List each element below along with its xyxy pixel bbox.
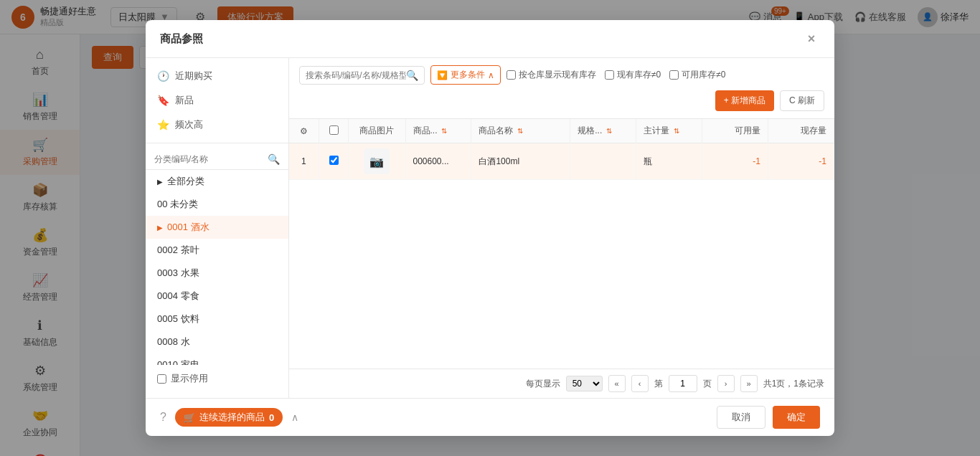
- th-avail: 可用量: [702, 119, 768, 143]
- product-search-icon[interactable]: 🔍: [406, 70, 418, 81]
- row-unit: 瓶: [636, 143, 702, 180]
- new-icon: 🔖: [157, 95, 169, 106]
- category-unclassified[interactable]: 00 未分类: [146, 193, 288, 216]
- category-unclassified-label: 00 未分类: [157, 198, 198, 211]
- footer-buttons: 取消 确定: [717, 406, 820, 429]
- category-all-label: 全部分类: [167, 175, 204, 188]
- category-alcohol-label: 0001 酒水: [167, 221, 209, 234]
- product-search-box: 🔍: [299, 66, 425, 85]
- row-settings: 1: [289, 143, 319, 180]
- category-list: 全部分类 00 未分类 0001 酒水 0002 茶叶 0003 水果: [146, 170, 288, 365]
- show-disabled-label[interactable]: 显示停用: [171, 372, 208, 385]
- prev-page-button[interactable]: ‹: [631, 375, 649, 392]
- modal-header: 商品参照 ×: [146, 20, 834, 58]
- product-table: ⚙ 商品图片 商品... ⇅ 商品名称 ⇅: [289, 119, 834, 180]
- th-image: 商品图片: [349, 119, 405, 143]
- row-name: 白酒100ml: [471, 143, 570, 180]
- th-unit[interactable]: 主计量 ⇅: [636, 119, 702, 143]
- modal-title: 商品参照: [160, 32, 203, 46]
- modal-left-panel: 🕐 近期购买 🔖 新品 ⭐ 频次高 🔍: [146, 58, 289, 398]
- cancel-button[interactable]: 取消: [717, 406, 765, 429]
- row-stock: -1: [768, 143, 834, 180]
- sort-code-icon: ⇅: [441, 127, 447, 135]
- category-water[interactable]: 0008 水: [146, 331, 288, 353]
- category-snack[interactable]: 0004 零食: [146, 285, 288, 308]
- row-spec: [570, 143, 636, 180]
- first-page-button[interactable]: «: [608, 375, 626, 392]
- product-search-input[interactable]: [306, 70, 406, 80]
- modal-toolbar: 🔍 🔽 更多条件 ∧ 按仓库显示现有库存: [289, 58, 834, 119]
- row-avail: -1: [702, 143, 768, 180]
- last-page-button[interactable]: »: [740, 375, 758, 392]
- per-page-label: 每页显示: [526, 378, 560, 390]
- category-beverage[interactable]: 0005 饮料: [146, 308, 288, 331]
- th-name[interactable]: 商品名称 ⇅: [471, 119, 570, 143]
- filter-icon: 🔽: [437, 70, 448, 80]
- category-snack-label: 0004 零食: [157, 290, 199, 303]
- frequent-label: 频次高: [175, 118, 203, 131]
- show-disabled: 显示停用: [146, 365, 288, 392]
- category-fruit-label: 0003 水果: [157, 267, 199, 280]
- next-page-button[interactable]: ›: [717, 375, 735, 392]
- th-spec[interactable]: 规格... ⇅: [570, 119, 636, 143]
- by-warehouse-checkbox[interactable]: [507, 70, 516, 80]
- th-checkbox[interactable]: [319, 119, 348, 143]
- quick-access-tabs: 🕐 近期购买 🔖 新品 ⭐ 频次高: [146, 64, 288, 137]
- chevron-up-icon: ∧: [488, 70, 494, 80]
- new-product-tab[interactable]: 🔖 新品: [146, 88, 288, 113]
- filter-checkboxes: 按仓库显示现有库存 现有库存≠0 可用库存≠0: [507, 69, 726, 81]
- th-code[interactable]: 商品... ⇅: [405, 119, 471, 143]
- category-alcohol[interactable]: 0001 酒水: [146, 216, 288, 239]
- cart-count: 0: [269, 412, 274, 423]
- refresh-button[interactable]: C 刷新: [780, 90, 824, 111]
- cart-icon: 🛒: [184, 412, 195, 423]
- category-water-label: 0008 水: [157, 336, 190, 348]
- select-all-checkbox[interactable]: [329, 125, 339, 135]
- category-search-icon[interactable]: 🔍: [268, 153, 280, 165]
- stock-nonzero-checkbox-label[interactable]: 现有库存≠0: [605, 69, 661, 81]
- table-header-row: ⚙ 商品图片 商品... ⇅ 商品名称 ⇅: [289, 119, 834, 143]
- total-info: 共1页，1条记录: [763, 378, 824, 390]
- pagination: 每页显示 50 100 200 « ‹ 第 页 › » 共1页，1条记录: [289, 369, 834, 398]
- modal-right-panel: 🔍 🔽 更多条件 ∧ 按仓库显示现有库存: [289, 58, 834, 398]
- recent-purchase-tab[interactable]: 🕐 近期购买: [146, 64, 288, 88]
- per-page-select[interactable]: 50 100 200: [566, 376, 603, 391]
- category-all[interactable]: 全部分类: [146, 170, 288, 193]
- th-settings[interactable]: ⚙: [289, 119, 319, 143]
- modal-overlay: 商品参照 × 🕐 近期购买 🔖 新品 ⭐: [0, 0, 980, 456]
- more-filter-button[interactable]: 🔽 更多条件 ∧: [430, 65, 501, 85]
- collapse-icon[interactable]: ∧: [291, 412, 298, 423]
- page-suffix: 页: [703, 378, 712, 390]
- category-search-input[interactable]: [154, 154, 268, 164]
- recent-purchase-label: 近期购买: [175, 70, 212, 82]
- category-fruit[interactable]: 0003 水果: [146, 262, 288, 285]
- modal-body: 🕐 近期购买 🔖 新品 ⭐ 频次高 🔍: [146, 58, 834, 398]
- toolbar-right: + 新增商品 C 刷新: [715, 90, 824, 111]
- page-label: 第: [654, 378, 663, 390]
- product-image-placeholder: 📷: [364, 148, 390, 174]
- frequent-tab[interactable]: ⭐ 频次高: [146, 113, 288, 137]
- sort-name-icon: ⇅: [517, 127, 523, 135]
- modal-footer: ? 🛒 连续选择的商品 0 ∧ 取消 确定: [146, 398, 834, 436]
- help-icon[interactable]: ?: [160, 411, 166, 424]
- category-appliance[interactable]: 0010 家电: [146, 353, 288, 365]
- row-checkbox-cell[interactable]: [319, 143, 348, 180]
- avail-nonzero-checkbox[interactable]: [669, 70, 679, 80]
- left-divider: [146, 143, 288, 143]
- new-product-label: 新品: [175, 94, 194, 107]
- product-table-container: ⚙ 商品图片 商品... ⇅ 商品名称 ⇅: [289, 119, 834, 369]
- avail-nonzero-checkbox-label[interactable]: 可用库存≠0: [669, 69, 725, 81]
- cart-badge[interactable]: 🛒 连续选择的商品 0: [175, 408, 283, 427]
- modal-close-button[interactable]: ×: [803, 30, 820, 47]
- stock-nonzero-checkbox[interactable]: [605, 70, 614, 80]
- row-checkbox[interactable]: [329, 156, 339, 165]
- by-warehouse-checkbox-label[interactable]: 按仓库显示现有库存: [507, 69, 596, 81]
- show-disabled-checkbox[interactable]: [157, 374, 166, 384]
- page-number-input[interactable]: [669, 375, 697, 392]
- add-product-button[interactable]: + 新增商品: [715, 90, 774, 111]
- category-tea[interactable]: 0002 茶叶: [146, 239, 288, 262]
- table-row[interactable]: 1 📷 000600... 白酒100ml: [289, 143, 834, 180]
- th-stock: 现存量: [768, 119, 834, 143]
- confirm-button[interactable]: 确定: [773, 406, 820, 429]
- category-tea-label: 0002 茶叶: [157, 244, 199, 257]
